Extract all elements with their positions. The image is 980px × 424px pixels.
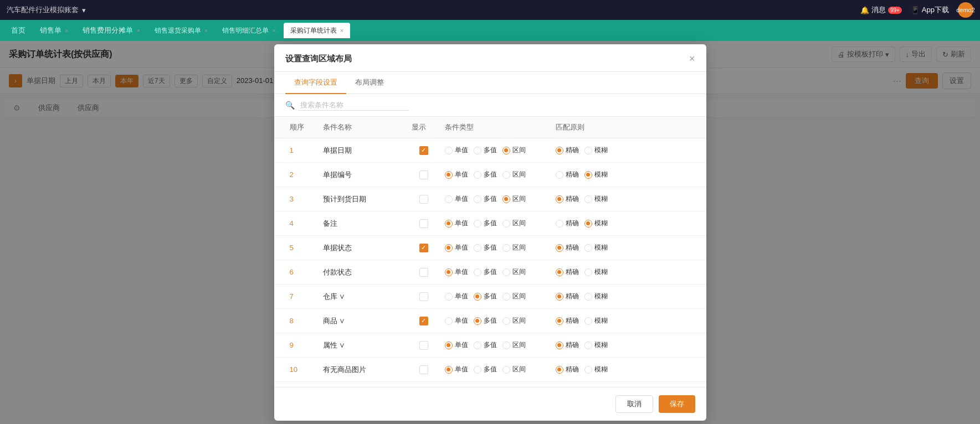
type-radio-区间[interactable]: 区间	[502, 292, 526, 301]
show-checkbox[interactable]	[419, 195, 428, 204]
cell-check[interactable]	[407, 311, 440, 331]
match-radio-group: 精确 模糊	[556, 219, 608, 228]
type-radio-单值[interactable]: 单值	[445, 292, 468, 301]
notification-btn[interactable]: 🔔 消息 99+	[860, 5, 902, 15]
tab-sales-return[interactable]: 销售退货采购单 ×	[148, 23, 214, 38]
match-radio-模糊[interactable]: 模糊	[584, 146, 608, 155]
cell-check[interactable]	[407, 141, 440, 161]
show-checkbox[interactable]	[419, 219, 428, 228]
cell-check[interactable]	[407, 165, 440, 185]
type-radio-单值[interactable]: 单值	[445, 243, 468, 252]
dropdown-icon[interactable]: ▾	[82, 6, 86, 14]
match-radio-模糊[interactable]: 模糊	[584, 365, 608, 374]
search-input[interactable]	[298, 100, 409, 111]
type-radio-多值[interactable]: 多值	[474, 267, 497, 277]
radio-dot	[556, 244, 563, 252]
cell-match: 精确 模糊	[551, 359, 662, 380]
save-button[interactable]: 保存	[659, 395, 695, 413]
type-radio-多值[interactable]: 多值	[474, 365, 497, 374]
cell-check[interactable]	[407, 262, 440, 282]
tab-purchase-close[interactable]: ×	[340, 27, 343, 34]
type-radio-多值[interactable]: 多值	[474, 243, 497, 252]
show-checkbox[interactable]	[419, 170, 428, 179]
user-avatar[interactable]: demo2	[958, 2, 973, 18]
show-checkbox[interactable]	[419, 341, 428, 350]
type-radio-单值[interactable]: 单值	[445, 146, 468, 155]
type-radio-多值[interactable]: 多值	[474, 170, 497, 179]
show-checkbox[interactable]	[419, 317, 428, 325]
type-radio-区间[interactable]: 区间	[502, 219, 526, 228]
match-radio-精确[interactable]: 精确	[556, 219, 579, 228]
match-radio-模糊[interactable]: 模糊	[584, 170, 608, 179]
tab-home[interactable]: 首页	[4, 23, 32, 38]
type-radio-区间[interactable]: 区间	[502, 340, 526, 350]
type-radio-多值[interactable]: 多值	[474, 219, 497, 228]
type-radio-区间[interactable]: 区间	[502, 194, 526, 204]
dialog-close-btn[interactable]: ×	[689, 53, 695, 65]
tab-sales-return-close[interactable]: ×	[204, 27, 208, 34]
cell-check[interactable]	[407, 214, 440, 234]
show-checkbox[interactable]	[419, 268, 428, 277]
type-radio-区间[interactable]: 区间	[502, 146, 526, 155]
match-radio-精确[interactable]: 精确	[556, 194, 579, 204]
type-radio-单值[interactable]: 单值	[445, 340, 468, 350]
match-radio-模糊[interactable]: 模糊	[584, 243, 608, 252]
match-radio-精确[interactable]: 精确	[556, 267, 579, 277]
match-radio-模糊[interactable]: 模糊	[584, 194, 608, 204]
cell-check[interactable]	[407, 189, 440, 209]
match-radio-模糊[interactable]: 模糊	[584, 219, 608, 228]
match-radio-精确[interactable]: 精确	[556, 146, 579, 155]
cell-check[interactable]	[407, 335, 440, 355]
cell-check[interactable]	[407, 360, 440, 380]
tab-sales-close[interactable]: ×	[65, 27, 68, 34]
match-radio-精确[interactable]: 精确	[556, 340, 579, 350]
type-radio-区间[interactable]: 区间	[502, 316, 526, 325]
tab-sales-detail[interactable]: 销售明细汇总单 ×	[216, 23, 282, 38]
dialog-tab-layout[interactable]: 布局调整	[346, 72, 393, 94]
dialog-tab-fields[interactable]: 查询字段设置	[285, 72, 346, 94]
show-checkbox[interactable]	[419, 146, 428, 155]
type-radio-多值[interactable]: 多值	[474, 146, 497, 155]
type-radio-单值[interactable]: 单值	[445, 219, 468, 228]
type-radio-区间[interactable]: 区间	[502, 267, 526, 277]
tab-purchase[interactable]: 采购订单统计表 ×	[284, 23, 350, 38]
cell-check[interactable]	[407, 238, 440, 258]
tab-sales[interactable]: 销售单 ×	[33, 23, 75, 38]
type-radio-多值[interactable]: 多值	[474, 316, 497, 325]
show-checkbox[interactable]	[419, 244, 428, 252]
type-radio-单值[interactable]: 单值	[445, 267, 468, 277]
match-radio-精确[interactable]: 精确	[556, 365, 579, 374]
type-radio-单值[interactable]: 单值	[445, 365, 468, 374]
tab-sales-fee-close[interactable]: ×	[136, 27, 140, 34]
match-radio-模糊[interactable]: 模糊	[584, 292, 608, 301]
type-radio-单值[interactable]: 单值	[445, 194, 468, 204]
show-checkbox[interactable]	[419, 365, 428, 374]
app-download-btn[interactable]: 📱 App下载	[911, 5, 949, 15]
match-radio-模糊[interactable]: 模糊	[584, 316, 608, 325]
dialog-tabs: 查询字段设置 布局调整	[274, 72, 706, 94]
radio-dot	[502, 366, 510, 374]
match-radio-精确[interactable]: 精确	[556, 243, 579, 252]
dialog-search-bar: 🔍	[274, 94, 706, 117]
type-radio-区间[interactable]: 区间	[502, 243, 526, 252]
type-radio-多值[interactable]: 多值	[474, 194, 497, 204]
type-radio-单值[interactable]: 单值	[445, 316, 468, 325]
type-radio-单值[interactable]: 单值	[445, 170, 468, 179]
cell-check[interactable]	[407, 287, 440, 307]
match-radio-精确[interactable]: 精确	[556, 292, 579, 301]
radio-dot	[556, 220, 563, 227]
tab-sales-detail-close[interactable]: ×	[272, 27, 275, 34]
tab-bar: 首页 销售单 × 销售费用分摊单 × 销售退货采购单 × 销售明细汇总单 × 采…	[0, 20, 980, 41]
match-radio-精确[interactable]: 精确	[556, 170, 579, 179]
cell-num: 1	[285, 141, 319, 160]
type-radio-区间[interactable]: 区间	[502, 365, 526, 374]
type-radio-多值[interactable]: 多值	[474, 292, 497, 301]
type-radio-区间[interactable]: 区间	[502, 170, 526, 179]
type-radio-多值[interactable]: 多值	[474, 340, 497, 350]
cancel-button[interactable]: 取消	[615, 395, 653, 413]
show-checkbox[interactable]	[419, 292, 428, 301]
match-radio-模糊[interactable]: 模糊	[584, 267, 608, 277]
tab-sales-fee[interactable]: 销售费用分摊单 ×	[76, 23, 146, 38]
match-radio-模糊[interactable]: 模糊	[584, 340, 608, 350]
match-radio-精确[interactable]: 精确	[556, 316, 579, 325]
